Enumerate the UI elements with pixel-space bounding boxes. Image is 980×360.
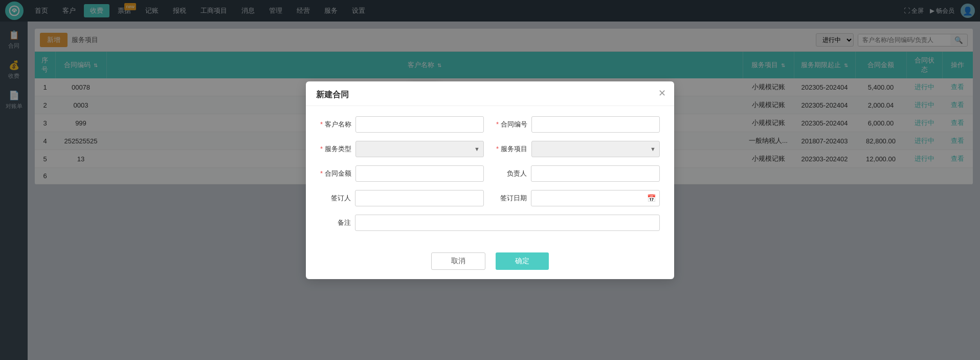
field-customer-name: 客户名称	[320, 116, 484, 133]
input-customer-name[interactable]	[355, 116, 484, 133]
confirm-button[interactable]: 确定	[496, 252, 549, 270]
form-row-2: 服务类型 ▼ 服务项目 ▼	[320, 141, 660, 157]
input-signer[interactable]	[355, 190, 484, 206]
label-signer: 签订人	[320, 194, 351, 203]
label-customer-name: 客户名称	[320, 120, 351, 129]
input-sign-date[interactable]: 2023-06-06	[531, 190, 660, 206]
field-service-item: 服务项目 ▼	[496, 141, 660, 157]
date-wrap: 2023-06-06 📅	[531, 190, 660, 206]
form-row-4: 签订人 签订日期 2023-06-06 📅	[320, 190, 660, 206]
cancel-button[interactable]: 取消	[431, 252, 485, 270]
modal-close-button[interactable]: ✕	[658, 89, 666, 98]
label-amount: 合同金额	[320, 169, 351, 178]
label-service-type: 服务类型	[320, 144, 351, 154]
select-service-item[interactable]	[531, 141, 660, 157]
input-contract-code[interactable]	[531, 116, 660, 133]
service-type-wrap: ▼	[355, 141, 484, 157]
field-remark: 备注	[320, 215, 660, 231]
form-row-1: 客户名称 合同编号	[320, 116, 660, 133]
field-signer: 签订人	[320, 190, 484, 206]
modal-footer: 取消 确定	[306, 247, 674, 279]
label-sign-date: 签订日期	[496, 194, 527, 203]
input-amount[interactable]: 0.00	[355, 165, 484, 182]
service-item-wrap: ▼	[531, 141, 660, 157]
label-remark: 备注	[320, 218, 351, 227]
modal-header: 新建合同 ✕	[306, 81, 674, 106]
select-service-type[interactable]	[355, 141, 484, 157]
input-remark[interactable]	[355, 215, 660, 231]
form-row-5: 备注	[320, 215, 660, 231]
field-service-type: 服务类型 ▼	[320, 141, 484, 157]
field-responsible: 负责人	[496, 165, 660, 182]
field-sign-date: 签订日期 2023-06-06 📅	[496, 190, 660, 206]
input-responsible[interactable]	[531, 165, 660, 182]
form-row-3: 合同金额 0.00 负责人	[320, 165, 660, 182]
label-service-item: 服务项目	[496, 144, 527, 154]
label-responsible: 负责人	[496, 169, 527, 178]
modal-title: 新建合同	[316, 90, 349, 99]
label-contract-code: 合同编号	[496, 120, 527, 129]
modal-dialog: 新建合同 ✕ 客户名称 合同编号 服务类型	[306, 81, 674, 279]
modal-overlay[interactable]: 新建合同 ✕ 客户名称 合同编号 服务类型	[0, 0, 980, 360]
field-contract-code: 合同编号	[496, 116, 660, 133]
field-amount: 合同金额 0.00	[320, 165, 484, 182]
modal-body: 客户名称 合同编号 服务类型 ▼ 服务项目	[306, 106, 674, 247]
calendar-icon[interactable]: 📅	[647, 194, 656, 202]
